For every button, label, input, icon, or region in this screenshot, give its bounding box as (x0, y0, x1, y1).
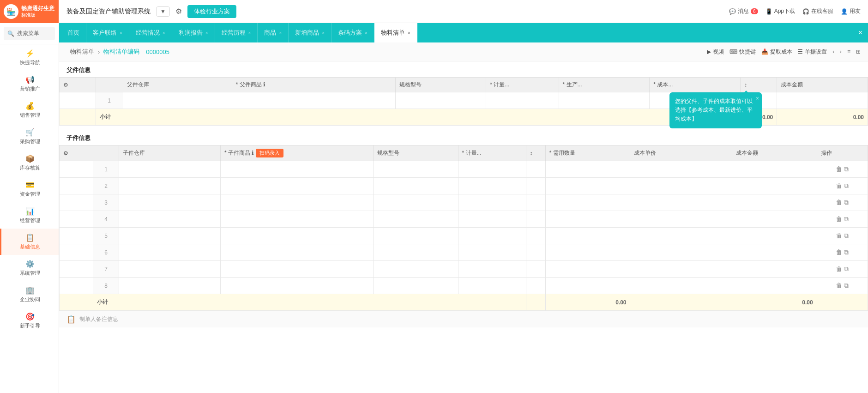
menu-button[interactable]: ≡ (847, 48, 850, 55)
nav-tab-history[interactable]: 经营历程× (215, 23, 258, 42)
nav-tab-new-goods[interactable]: 新增商品× (289, 23, 332, 42)
child-row-unitcost-1[interactable] (630, 161, 732, 178)
child-row-product-5[interactable] (221, 228, 374, 244)
sidebar-item-guide[interactable]: 🎯新手引导 (0, 308, 59, 334)
close-tab-customer[interactable]: × (120, 30, 122, 36)
shortcut-button[interactable]: ⌨ 快捷键 (729, 48, 756, 56)
nav-tab-bom[interactable]: 物料清单× (374, 23, 417, 42)
sidebar-search[interactable]: 🔍 搜索菜单 (0, 23, 59, 44)
child-row-spec-6[interactable] (373, 244, 458, 261)
parent-row-unit[interactable] (486, 92, 559, 109)
child-row-qty-4[interactable] (545, 211, 630, 228)
child-row-warehouse-4[interactable] (119, 211, 220, 228)
child-row-qty-7[interactable] (545, 261, 630, 278)
copy-icon-4[interactable]: ⧉ (844, 215, 849, 223)
child-row-unit-4[interactable] (458, 211, 526, 228)
child-row-spec-2[interactable] (373, 178, 458, 194)
delete-icon-4[interactable]: 🗑 (836, 215, 842, 223)
copy-icon-7[interactable]: ⧉ (844, 265, 849, 273)
close-tab-profit[interactable]: × (205, 30, 208, 36)
child-row-spec-3[interactable] (373, 194, 458, 211)
single-setup-button[interactable]: ☰ 单据设置 (798, 48, 827, 56)
child-row-spec-1[interactable] (373, 161, 458, 178)
delete-icon-7[interactable]: 🗑 (836, 265, 842, 273)
sidebar-item-enterprise[interactable]: 🏢企业协同 (0, 281, 59, 308)
child-row-unitcost-4[interactable] (630, 211, 732, 228)
sidebar-item-purchase[interactable]: 🛒采购管理 (0, 123, 59, 150)
child-row-warehouse-2[interactable] (119, 178, 220, 194)
child-row-warehouse-1[interactable] (119, 161, 220, 178)
child-row-spec-8[interactable] (373, 278, 458, 294)
scan-input-button[interactable]: 扫码录入 (256, 149, 283, 157)
copy-icon-1[interactable]: ⧉ (844, 165, 849, 173)
grid-button[interactable]: ⊞ (856, 48, 861, 55)
child-row-unit-1[interactable] (458, 161, 526, 178)
child-row-warehouse-6[interactable] (119, 244, 220, 261)
copy-icon-6[interactable]: ⧉ (844, 248, 849, 256)
child-row-unitcost-6[interactable] (630, 244, 732, 261)
sidebar-item-marketing[interactable]: 📢营销推广 (0, 71, 59, 97)
nav-tab-operations[interactable]: 经营情况× (129, 23, 172, 42)
close-tab-operations[interactable]: × (163, 30, 165, 36)
search-menu-button[interactable]: 🔍 搜索菜单 (4, 27, 55, 40)
child-row-qty-2[interactable] (545, 178, 630, 194)
copy-icon-5[interactable]: ⧉ (844, 232, 849, 240)
child-row-unit-7[interactable] (458, 261, 526, 278)
sidebar-item-quick-nav[interactable]: ⚡快捷导航 (0, 44, 59, 71)
child-row-warehouse-8[interactable] (119, 278, 220, 294)
delete-icon-8[interactable]: 🗑 (836, 282, 842, 290)
tooltip-close-button[interactable]: × (756, 94, 759, 103)
nav-tab-customer[interactable]: 客户联络× (86, 23, 129, 42)
sidebar-item-sales[interactable]: 💰销售管理 (0, 97, 59, 123)
child-row-product-6[interactable] (221, 244, 374, 261)
view-video-button[interactable]: ▶ 视频 (707, 48, 724, 56)
child-row-warehouse-5[interactable] (119, 228, 220, 244)
nav-prev-button[interactable]: ‹ (832, 48, 834, 55)
child-row-unit-5[interactable] (458, 228, 526, 244)
app-download-action[interactable]: 📱 App下载 (766, 7, 795, 15)
online-service-action[interactable]: 🎧 在线客服 (802, 7, 833, 15)
sidebar-item-operations[interactable]: 📊经营管理 (0, 202, 59, 229)
close-all-tabs-button[interactable]: × (855, 29, 866, 37)
child-row-product-3[interactable] (221, 194, 374, 211)
child-row-spec-4[interactable] (373, 211, 458, 228)
close-tab-goods[interactable]: × (279, 30, 282, 36)
sidebar-item-finance[interactable]: 💳资金管理 (0, 176, 59, 202)
message-action[interactable]: 💬 消息 6 (729, 7, 758, 15)
copy-icon-8[interactable]: ⧉ (844, 282, 849, 290)
breadcrumb-bom-code[interactable]: 物料清单编码 (100, 46, 143, 57)
parent-row-spec[interactable] (395, 92, 486, 109)
child-row-product-1[interactable] (221, 161, 374, 178)
delete-icon-6[interactable]: 🗑 (836, 248, 842, 256)
settings-button[interactable]: ⚙ (175, 7, 182, 16)
sidebar-item-basic-info[interactable]: 📋基础信息 (0, 229, 59, 255)
child-row-unit-2[interactable] (458, 178, 526, 194)
child-row-spec-5[interactable] (373, 228, 458, 244)
delete-icon-3[interactable]: 🗑 (836, 199, 842, 206)
copy-icon-3[interactable]: ⧉ (844, 199, 849, 206)
delete-icon-2[interactable]: 🗑 (836, 182, 842, 190)
child-row-unit-6[interactable] (458, 244, 526, 261)
close-tab-barcode[interactable]: × (365, 30, 368, 36)
child-row-warehouse-3[interactable] (119, 194, 220, 211)
child-row-unitcost-8[interactable] (630, 278, 732, 294)
nav-next-button[interactable]: › (840, 48, 842, 55)
parent-row-warehouse[interactable] (123, 92, 232, 109)
child-row-warehouse-7[interactable] (119, 261, 220, 278)
child-row-unitcost-7[interactable] (630, 261, 732, 278)
child-row-product-4[interactable] (221, 211, 374, 228)
child-row-unitcost-2[interactable] (630, 178, 732, 194)
child-row-unit-3[interactable] (458, 194, 526, 211)
parent-row-produce[interactable] (559, 92, 650, 109)
system-dropdown-button[interactable]: ▼ (156, 6, 170, 17)
trial-button[interactable]: 体验行业方案 (187, 5, 236, 18)
copy-icon-2[interactable]: ⧉ (844, 182, 849, 190)
child-row-unit-8[interactable] (458, 278, 526, 294)
child-row-qty-3[interactable] (545, 194, 630, 211)
child-row-qty-8[interactable] (545, 278, 630, 294)
child-row-spec-7[interactable] (373, 261, 458, 278)
child-row-qty-5[interactable] (545, 228, 630, 244)
parent-row-product[interactable] (232, 92, 395, 109)
child-row-unitcost-3[interactable] (630, 194, 732, 211)
nav-tab-profit[interactable]: 利润报告× (172, 23, 215, 42)
